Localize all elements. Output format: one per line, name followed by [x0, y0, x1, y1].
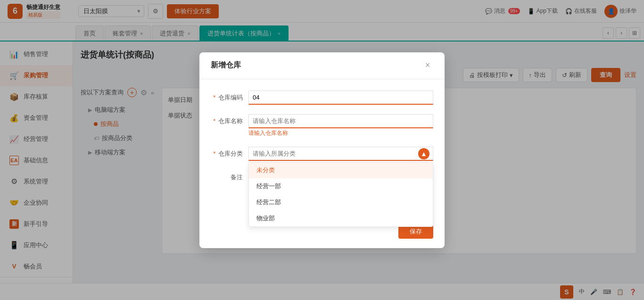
form-row-name: * 仓库名称 请输入仓库名称	[211, 114, 433, 137]
category-dropdown: 未分类 经营一部 经营二部 物业部	[248, 162, 433, 227]
category-input[interactable]	[248, 147, 433, 161]
dropdown-item-dept1[interactable]: 经营一部	[249, 178, 433, 194]
form-row-category: * 仓库分类 ▲ 未分类 经营一部 经营二部 物业部	[211, 147, 433, 161]
name-error-message: 请输入仓库名称	[248, 129, 433, 137]
category-required-star: *	[213, 150, 215, 157]
dropdown-item-property[interactable]: 物业部	[249, 210, 433, 226]
name-label: * 仓库名称	[211, 114, 248, 125]
name-field: 请输入仓库名称	[248, 114, 433, 137]
category-select-wrap: ▲ 未分类 经营一部 经营二部 物业部	[248, 147, 433, 161]
modal-body: * 仓库编码 * 仓库名称 请输入仓库名称	[199, 79, 445, 219]
category-field: ▲ 未分类 经营一部 经营二部 物业部	[248, 147, 433, 161]
category-label: * 仓库分类	[211, 147, 248, 158]
name-required-star: *	[213, 117, 215, 125]
modal-close-button[interactable]: ×	[422, 60, 433, 71]
modal-add-warehouse: 新增仓库 × * 仓库编码 * 仓库名称	[199, 52, 445, 248]
category-arrow-icon[interactable]: ▲	[418, 148, 429, 159]
dropdown-item-uncategorized[interactable]: 未分类	[249, 162, 433, 178]
modal-title: 新增仓库	[211, 60, 241, 70]
code-field	[248, 91, 433, 105]
modal-header: 新增仓库 ×	[199, 52, 445, 79]
name-input[interactable]	[248, 114, 433, 128]
code-required-star: *	[213, 94, 215, 101]
remark-label: 备注	[211, 170, 248, 182]
modal-overlay: 新增仓库 × * 仓库编码 * 仓库名称	[0, 0, 644, 300]
form-row-code: * 仓库编码	[211, 91, 433, 105]
dropdown-item-dept2[interactable]: 经营二部	[249, 194, 433, 210]
code-input[interactable]	[248, 91, 433, 105]
code-label: * 仓库编码	[211, 91, 248, 102]
